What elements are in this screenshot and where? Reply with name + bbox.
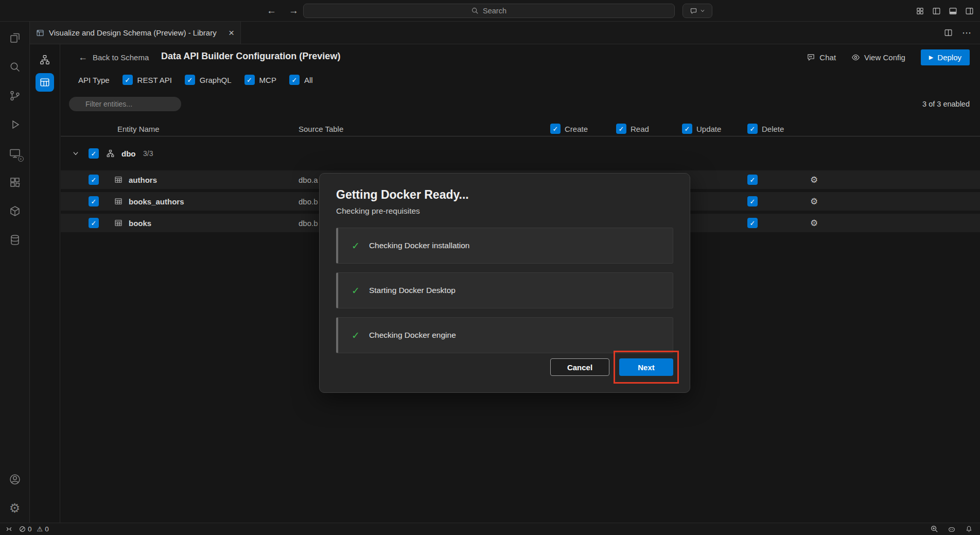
api-option-rest: REST API [122, 75, 172, 85]
delete-checkbox[interactable] [747, 175, 758, 185]
schema-group-row: dbo 3/3 [61, 143, 980, 164]
chat-icon [807, 53, 815, 62]
more-actions-icon[interactable]: ⋯ [962, 27, 972, 39]
row-checkbox[interactable] [89, 218, 99, 228]
check-icon: ✓ [352, 240, 360, 252]
chat-bubble-icon [690, 7, 697, 15]
deploy-button[interactable]: ▶ Deploy [921, 49, 970, 65]
errors-count: 0 [28, 525, 32, 533]
row-settings-gear-icon[interactable]: ⚙ [810, 176, 818, 184]
delete-checkbox[interactable] [747, 218, 758, 228]
eye-icon [851, 53, 860, 62]
command-center-search[interactable]: Search [303, 4, 675, 18]
problems-indicator[interactable]: 0 ⚠ 0 [19, 525, 49, 533]
back-label: Back to Schema [93, 53, 149, 62]
search-view-icon[interactable] [0, 53, 30, 81]
tab-title: Visualize and Design Schema (Preview) - … [49, 28, 217, 37]
entity-name: books_authors [129, 197, 184, 206]
view-config-label: View Config [864, 53, 905, 62]
row-settings-gear-icon[interactable]: ⚙ [810, 219, 818, 228]
split-editor-icon[interactable] [944, 28, 953, 37]
step-label: Checking Docker engine [369, 331, 456, 340]
column-source-table: Source Table [299, 121, 343, 136]
filter-entities-input[interactable] [69, 97, 181, 111]
remote-explorer-icon[interactable]: × [0, 139, 30, 168]
deploy-label: Deploy [937, 53, 961, 62]
dialog-title: Getting Docker Ready... [336, 188, 673, 202]
activity-bar: × ⚙ [0, 22, 30, 523]
chat-button[interactable]: Chat [807, 53, 836, 62]
delete-checkbox[interactable] [747, 196, 758, 206]
nav-back-icon[interactable]: ← [267, 5, 276, 16]
all-label: All [304, 76, 313, 84]
checkbox-read-all[interactable] [616, 124, 626, 134]
group-name: dbo [121, 149, 136, 158]
page-title: Data API Builder Configuration (Preview) [161, 51, 340, 62]
step-label: Starting Docker Desktop [369, 286, 456, 295]
source-table: dbo.b [299, 197, 318, 206]
toggle-secondary-sidebar-icon[interactable] [965, 7, 974, 15]
table-icon [114, 176, 122, 184]
table-header: Entity Name Source Table Create Read Upd… [61, 121, 980, 136]
remote-indicator-icon[interactable] [5, 525, 13, 533]
mcp-label: MCP [259, 76, 276, 84]
schema-designer-view-icon[interactable] [36, 50, 54, 69]
run-debug-icon[interactable] [0, 110, 30, 139]
next-button[interactable]: Next [619, 358, 673, 376]
column-update: Update [682, 121, 721, 136]
row-checkbox[interactable] [89, 196, 99, 206]
settings-gear-icon[interactable]: ⚙ [0, 494, 30, 523]
cancel-button[interactable]: Cancel [550, 358, 609, 376]
prerequisite-steps: ✓ Checking Docker installation ✓ Startin… [336, 228, 673, 353]
extensions-icon[interactable] [0, 168, 30, 197]
zoom-icon[interactable] [931, 525, 938, 533]
disconnected-badge: × [18, 156, 24, 162]
container-cube-icon[interactable] [0, 197, 30, 226]
source-control-icon[interactable] [0, 81, 30, 110]
database-icon[interactable] [0, 226, 30, 254]
enabled-count: 3 of 3 enabled [922, 100, 970, 108]
group-chevron-down-icon[interactable] [72, 150, 79, 157]
checkbox-update-all[interactable] [682, 124, 692, 134]
customize-layout-icon[interactable] [916, 7, 924, 15]
graphql-label: GraphQL [200, 76, 232, 84]
api-option-mcp: MCP [244, 75, 276, 85]
delete-label: Delete [762, 125, 784, 133]
titlebar: ← → Search [0, 0, 980, 22]
check-icon: ✓ [352, 285, 360, 297]
api-type-row: API Type REST API GraphQL MCP All [78, 72, 313, 88]
row-settings-gear-icon[interactable]: ⚙ [810, 197, 818, 206]
toggle-panel-icon[interactable] [949, 7, 957, 15]
view-config-button[interactable]: View Config [851, 53, 905, 62]
tab-visualize-design-schema[interactable]: Visualize and Design Schema (Preview) - … [30, 22, 241, 44]
checkbox-mcp[interactable] [244, 75, 255, 85]
column-delete: Delete [747, 121, 784, 136]
notifications-bell-icon[interactable] [965, 525, 973, 533]
account-icon[interactable] [0, 465, 30, 494]
status-bar: 0 ⚠ 0 [0, 523, 980, 535]
copilot-menu[interactable] [682, 4, 712, 18]
tab-close-icon[interactable]: × [229, 28, 234, 38]
check-icon: ✓ [352, 330, 360, 341]
api-type-label: API Type [78, 76, 110, 84]
docker-ready-dialog: Getting Docker Ready... Checking pre-req… [319, 173, 690, 393]
back-to-schema-link[interactable]: ← Back to Schema [78, 52, 149, 63]
column-entity-name: Entity Name [117, 121, 160, 136]
nav-forward-icon[interactable]: → [289, 5, 299, 16]
checkbox-delete-all[interactable] [747, 124, 758, 134]
row-checkbox[interactable] [89, 175, 99, 185]
rest-api-label: REST API [137, 76, 172, 84]
checkbox-all[interactable] [289, 75, 300, 85]
copilot-status-icon[interactable] [948, 525, 956, 533]
group-count: 3/3 [143, 149, 153, 158]
toggle-primary-sidebar-icon[interactable] [932, 7, 941, 15]
checkbox-graphql[interactable] [185, 75, 195, 85]
explorer-icon[interactable] [0, 24, 30, 53]
dab-config-view-icon[interactable] [36, 73, 54, 92]
source-table: dbo.b [299, 219, 318, 228]
entity-name: authors [129, 176, 157, 184]
read-label: Read [631, 125, 649, 133]
checkbox-create-all[interactable] [550, 124, 561, 134]
checkbox-rest-api[interactable] [122, 75, 133, 85]
group-checkbox[interactable] [89, 148, 99, 159]
